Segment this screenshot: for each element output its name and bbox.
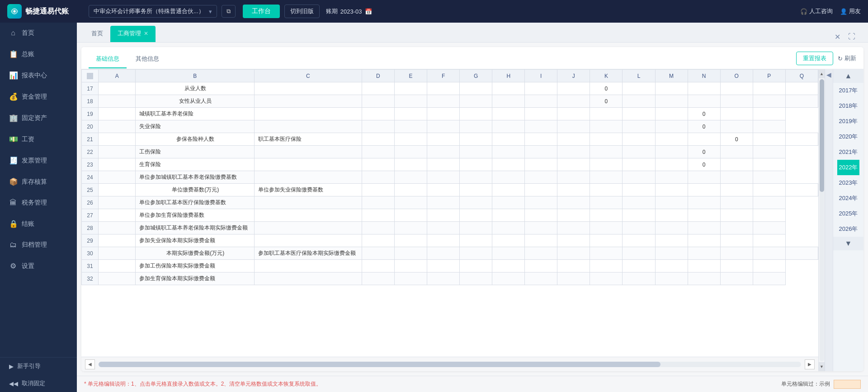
cell-col-12[interactable] — [623, 247, 655, 260]
cell-col-16[interactable] — [753, 133, 785, 146]
cell-col-7[interactable] — [427, 158, 460, 171]
cell-col-11[interactable] — [557, 158, 590, 171]
cell-col-17[interactable] — [753, 196, 785, 209]
cell-col-15[interactable]: 0 — [720, 133, 753, 146]
cell-col-4[interactable] — [255, 146, 362, 158]
cell-col-13[interactable] — [623, 209, 655, 222]
cell-col-6[interactable] — [394, 272, 427, 285]
cell-col-5[interactable] — [362, 171, 394, 184]
cell-col-12[interactable] — [590, 146, 623, 158]
switch-button[interactable]: 切到旧版 — [284, 5, 320, 18]
cell-a[interactable] — [99, 120, 136, 133]
cell-col-8[interactable] — [460, 108, 492, 120]
cell-col-14[interactable] — [688, 184, 720, 196]
cell-col-7[interactable] — [427, 272, 460, 285]
cell-col-11[interactable] — [557, 196, 590, 209]
cell-col-15[interactable] — [688, 222, 720, 234]
cell-col-12[interactable] — [623, 82, 655, 95]
cell-col-16[interactable] — [720, 120, 753, 133]
cell-col-6[interactable] — [427, 133, 460, 146]
sub-tab-other[interactable]: 其他信息 — [128, 52, 166, 68]
cell-col-7[interactable] — [427, 222, 460, 234]
tab-bizmanage[interactable]: 工商管理 ✕ — [110, 26, 156, 42]
cell-c[interactable]: 职工基本医疗保险 — [255, 133, 362, 146]
cell-col-16[interactable] — [720, 171, 753, 184]
cell-col-7[interactable] — [427, 234, 460, 247]
cell-col-13[interactable] — [623, 222, 655, 234]
cell-col-6[interactable] — [394, 158, 427, 171]
cell-col-6[interactable] — [427, 184, 460, 196]
cell-col-16[interactable] — [753, 95, 785, 108]
cell-col-10[interactable] — [525, 209, 557, 222]
cell-col-14[interactable] — [655, 209, 688, 222]
cell-col-13[interactable] — [655, 95, 688, 108]
cell-col-8[interactable] — [492, 247, 525, 260]
cell-a[interactable] — [99, 158, 136, 171]
cell-col-15[interactable] — [688, 196, 720, 209]
cell-col-16[interactable] — [720, 146, 753, 158]
cell-col-6[interactable] — [427, 247, 460, 260]
cell-col-12[interactable] — [623, 133, 655, 146]
cell-col-4[interactable] — [255, 272, 362, 285]
cell-col-11[interactable]: 0 — [590, 82, 623, 95]
cell-col-17[interactable] — [785, 184, 818, 196]
calendar-icon[interactable]: 📅 — [365, 8, 372, 15]
year-scroll-up[interactable]: ▲ — [833, 69, 863, 83]
cell-col-14[interactable] — [655, 158, 688, 171]
cell-col-4[interactable] — [362, 95, 394, 108]
cell-col-9[interactable] — [492, 234, 525, 247]
cell-a[interactable] — [99, 247, 136, 260]
cell-col-15[interactable] — [688, 234, 720, 247]
cell-col-11[interactable]: 0 — [590, 95, 623, 108]
cell-col-5[interactable] — [362, 196, 394, 209]
cell-col-7[interactable] — [460, 184, 492, 196]
new-guide-btn[interactable]: ▶ 新手引导 — [0, 358, 77, 375]
cell-col-15[interactable] — [720, 184, 753, 196]
cell-col-14[interactable] — [688, 133, 720, 146]
cell-col-10[interactable] — [525, 146, 557, 158]
cell-col-10[interactable] — [525, 171, 557, 184]
cell-col-17[interactable] — [753, 158, 785, 171]
cell-col-6[interactable] — [394, 260, 427, 272]
cell-c[interactable]: 参加城镇职工基本养老保险本期实际缴费金额 — [136, 222, 255, 234]
cell-col-13[interactable] — [623, 260, 655, 272]
sub-tab-basic[interactable]: 基础信息 — [89, 52, 127, 68]
sidebar-item-home[interactable]: ⌂ 首页 — [0, 23, 77, 43]
cell-c[interactable]: 单位参加城镇职工基本养老保险缴费基数 — [136, 171, 255, 184]
cell-b[interactable]: 女性从业人员 — [136, 95, 255, 108]
cell-col-7[interactable] — [460, 95, 492, 108]
cell-col-10[interactable] — [557, 82, 590, 95]
cell-col-13[interactable] — [655, 247, 688, 260]
cell-col-12[interactable] — [590, 196, 623, 209]
cell-c[interactable]: 生育保险 — [136, 158, 255, 171]
sidebar-item-funds[interactable]: 💰 资金管理 — [0, 86, 77, 107]
sidebar-item-reports[interactable]: 📊 报表中心 — [0, 65, 77, 86]
cell-col-11[interactable] — [557, 146, 590, 158]
cell-col-10[interactable] — [557, 133, 590, 146]
year-item[interactable]: 2026年 — [837, 221, 860, 237]
cell-col-15[interactable]: 0 — [688, 158, 720, 171]
cell-col-9[interactable] — [492, 171, 525, 184]
cell-col-9[interactable] — [525, 95, 557, 108]
cell-c[interactable]: 城镇职工基本养老保险 — [136, 108, 255, 120]
cell-col-5[interactable] — [362, 234, 394, 247]
cell-col-5[interactable] — [394, 247, 427, 260]
unfix-btn[interactable]: ◀◀ 取消固定 — [0, 375, 77, 392]
cell-c[interactable] — [255, 82, 362, 95]
cell-col-13[interactable] — [623, 234, 655, 247]
cell-col-12[interactable] — [623, 184, 655, 196]
cell-col-8[interactable] — [460, 209, 492, 222]
user-btn[interactable]: 👤 用友 — [840, 7, 861, 15]
cell-col-11[interactable] — [590, 247, 623, 260]
cell-col-14[interactable] — [655, 120, 688, 133]
scroll-left-btn[interactable]: ◀ — [85, 359, 95, 369]
cell-c[interactable]: 单位参加生育保险缴费基数 — [136, 209, 255, 222]
cell-col-4[interactable] — [255, 196, 362, 209]
cell-col-17[interactable] — [785, 82, 818, 95]
cell-col-12[interactable] — [590, 234, 623, 247]
cell-a[interactable] — [99, 146, 136, 158]
cell-col-12[interactable] — [590, 209, 623, 222]
cell-a[interactable] — [99, 234, 136, 247]
vscroll-down-btn[interactable]: ▼ — [819, 362, 825, 371]
cell-col-15[interactable]: 0 — [688, 146, 720, 158]
